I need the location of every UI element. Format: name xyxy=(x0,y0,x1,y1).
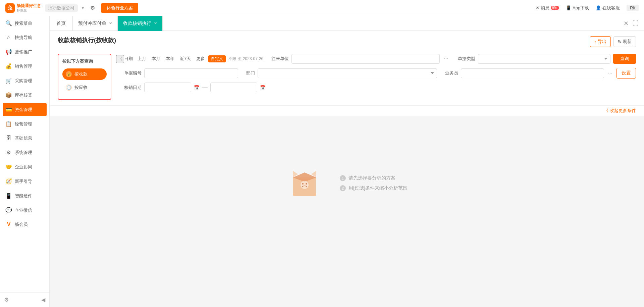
sales-icon: 💰 xyxy=(5,63,12,69)
calendar-end-icon[interactable]: 📅 xyxy=(260,85,266,90)
dept-select[interactable] xyxy=(258,68,437,78)
more-conditions-btn[interactable]: 《 收起更多条件 xyxy=(604,108,636,114)
empty-hints: 1 请先选择要分析的方案 2 用[过滤]条件来缩小分析范围 xyxy=(340,175,408,191)
sidebar: 🔍 搜索菜单 ⌂ 快捷导航 📢 营销推广 💰 销售管理 🛒 采购管理 📦 库存核… xyxy=(0,16,50,307)
filter-sidebar-title: 按以下方案查询 xyxy=(62,58,107,64)
sidebar-item-quick-nav[interactable]: ⌂ 快捷导航 xyxy=(0,31,49,45)
date-last-month-btn[interactable]: 上月 xyxy=(136,54,148,63)
svg-point-6 xyxy=(306,183,307,185)
sidebar-item-member[interactable]: V 畅会员 xyxy=(0,217,49,232)
tab-home[interactable]: 首页 xyxy=(50,16,73,31)
filter-option-by-receipt[interactable]: 💰 按收款 xyxy=(62,68,107,80)
date-this-month-btn[interactable]: 本月 xyxy=(150,54,162,63)
sidebar-item-wx[interactable]: 💬 企业微信 xyxy=(0,203,49,217)
sidebar-settings-btn[interactable]: ⚙ xyxy=(3,295,10,304)
refresh-button[interactable]: ↻ 刷新 xyxy=(613,36,636,47)
online-service-icon: 👤 xyxy=(596,5,601,10)
bill-type-select[interactable] xyxy=(478,54,610,64)
writeoff-date-start-input[interactable]: 2023-03-01 xyxy=(144,83,191,92)
sidebar-label-enterprise: 企业协同 xyxy=(15,164,32,170)
tab-prepay-close-icon[interactable]: ✕ xyxy=(109,21,112,25)
sidebar-item-marketing[interactable]: 📢 营销推广 xyxy=(0,45,49,59)
bill-type-select-wrap xyxy=(478,54,610,64)
empty-state-svg xyxy=(286,166,326,199)
sidebar-item-inventory[interactable]: 📦 库存核算 xyxy=(0,88,49,102)
counterparty-input[interactable] xyxy=(291,54,440,64)
settings-icon-btn[interactable]: ⚙ xyxy=(88,3,97,13)
salesperson-field: 业务员 ··· 设置 xyxy=(445,68,636,79)
filter-collapse-btn[interactable]: 《 xyxy=(116,55,124,63)
hint-num-2: 2 xyxy=(340,185,346,191)
app-logo: 兔 畅捷通好生意 标准版 xyxy=(5,3,41,13)
bill-no-input[interactable] xyxy=(144,68,238,78)
app-download-label: App下载 xyxy=(573,5,589,11)
filter-option-receivable-label: 按应收 xyxy=(74,85,88,91)
sidebar-label-system: 系统管理 xyxy=(15,150,32,156)
filter-form: 日期 上月 本月 本年 近7天 更多 自定义 不限 至 2023-07-26 xyxy=(124,54,636,100)
sidebar-label-quick-nav: 快捷导航 xyxy=(15,35,32,41)
sidebar-item-purchase[interactable]: 🛒 采购管理 xyxy=(0,73,49,88)
sidebar-item-sales[interactable]: 💰 销售管理 xyxy=(0,59,49,73)
receipt-icon: 💰 xyxy=(66,71,72,77)
empty-hint-1: 1 请先选择要分析的方案 xyxy=(340,175,408,181)
sidebar-item-enterprise[interactable]: 🤝 企业协同 xyxy=(0,160,49,174)
sidebar-label-inventory: 库存核算 xyxy=(15,92,32,98)
salesperson-dots-btn[interactable]: ··· xyxy=(607,70,614,76)
date-more-btn[interactable]: 更多 xyxy=(194,54,207,63)
tab-prepay-offset[interactable]: 预付冲应付单 ✕ xyxy=(73,16,118,31)
calendar-start-icon[interactable]: 📅 xyxy=(194,85,200,90)
online-service-btn[interactable]: 👤 在线客服 xyxy=(596,5,620,11)
message-btn[interactable]: ✉ 消息 99+ xyxy=(536,5,559,11)
export-button[interactable]: ↑ 导出 xyxy=(590,36,611,47)
chevron-down-icon[interactable]: ▾ xyxy=(82,6,84,10)
date-this-year-btn[interactable]: 本年 xyxy=(164,54,176,63)
bill-no-label: 单据编号 xyxy=(124,70,142,76)
sidebar-label-guide: 新手引导 xyxy=(15,178,32,185)
dept-field: 部门 xyxy=(246,68,437,78)
tab-receivable-close-icon[interactable]: ✕ xyxy=(154,21,157,25)
sidebar-item-smart-hw[interactable]: 📱 智能硬件 xyxy=(0,189,49,203)
app-download-btn[interactable]: 📱 App下载 xyxy=(566,5,589,11)
settings-button[interactable]: 设置 xyxy=(616,68,636,79)
sidebar-item-base-info[interactable]: 🗄 基础信息 xyxy=(0,131,49,145)
tab-bar: 首页 预付冲应付单 ✕ 收款核销执行 ✕ ✕ ⛶ xyxy=(50,16,644,31)
tab-close-all-btn[interactable]: ✕ xyxy=(622,18,630,29)
sidebar-item-search-menu[interactable]: 🔍 搜索菜单 xyxy=(0,16,49,31)
sidebar-item-operations[interactable]: 📋 经营管理 xyxy=(0,117,49,131)
page-header-wrap: 收款核销执行(按收款) ↑ 导出 ↻ 刷新 xyxy=(50,31,644,48)
online-service-label: 在线客服 xyxy=(602,5,620,11)
filter-row-3: 核销日期 2023-03-01 📅 — 2023-07-21 📅 xyxy=(124,83,636,92)
sidebar-collapse-btn[interactable]: ◀ xyxy=(40,295,47,304)
counterparty-dots-btn[interactable]: ··· xyxy=(442,56,449,62)
salesperson-input[interactable] xyxy=(461,68,604,78)
receivable-icon: 🕐 xyxy=(66,85,72,91)
filter-option-by-receivable[interactable]: 🕐 按应收 xyxy=(62,82,107,93)
sidebar-label-search-menu: 搜索菜单 xyxy=(15,20,32,27)
main-layout: 🔍 搜索菜单 ⌂ 快捷导航 📢 营销推广 💰 销售管理 🛒 采购管理 📦 库存核… xyxy=(0,16,644,307)
tab-receivable-offset[interactable]: 收款核销执行 ✕ xyxy=(118,16,163,31)
logo-icon: 兔 xyxy=(5,3,15,13)
query-button[interactable]: 查询 xyxy=(613,54,636,64)
system-icon: ⚙ xyxy=(5,149,12,156)
tab-expand-btn[interactable]: ⛶ xyxy=(631,18,640,28)
more-conditions-row: 《 收起更多条件 xyxy=(50,106,644,116)
top-bar: 兔 畅捷通好生意 标准版 演示数据公司 ▾ ⚙ 体验行业方案 ✉ 消息 99+ … xyxy=(0,0,644,16)
search-icon: 🔍 xyxy=(5,20,12,27)
sidebar-item-system[interactable]: ⚙ 系统管理 xyxy=(0,145,49,160)
enterprise-icon: 🤝 xyxy=(5,164,12,170)
app-download-icon: 📱 xyxy=(566,5,571,10)
date-last7-btn[interactable]: 近7天 xyxy=(178,54,193,63)
sidebar-item-funds[interactable]: 💳 资金管理 xyxy=(3,103,47,116)
sidebar-item-guide[interactable]: 🧭 新手引导 xyxy=(0,174,49,189)
page-wrapper: 收款核销执行(按收款) ↑ 导出 ↻ 刷新 xyxy=(50,31,644,250)
writeoff-date-end-input[interactable]: 2023-07-21 xyxy=(210,83,257,92)
sidebar-label-smart-hw: 智能硬件 xyxy=(15,193,32,199)
svg-point-4 xyxy=(301,181,309,189)
empty-state-area: 1 请先选择要分析的方案 2 用[过滤]条件来缩小分析范围 xyxy=(50,116,644,250)
dept-select-wrap xyxy=(258,68,437,78)
message-label: 消息 xyxy=(541,5,549,11)
date-custom-btn[interactable]: 自定义 xyxy=(208,55,226,62)
filter-area: 按以下方案查询 💰 按收款 🕐 按应收 《 xyxy=(50,48,644,106)
industry-solution-button[interactable]: 体验行业方案 xyxy=(101,3,138,13)
home-icon: ⌂ xyxy=(5,35,12,41)
